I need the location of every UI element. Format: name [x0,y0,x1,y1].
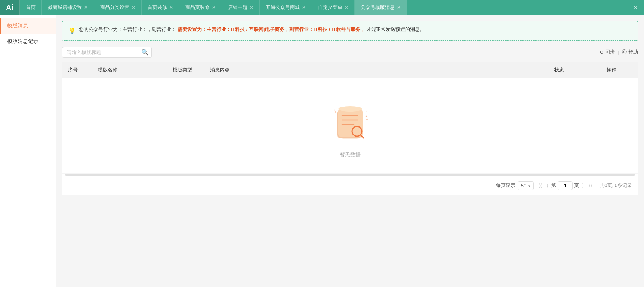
page-size-value: 50 [521,183,526,189]
empty-text: 暂无数据 [340,152,361,158]
search-input-wrap: 🔍 [62,47,152,58]
sync-icon: ↻ [600,49,604,55]
search-icon: 🔍 [141,49,149,55]
next-page-button[interactable]: ⟩ [580,182,585,189]
tab-product-decor[interactable]: 商品页装修 ✕ [179,0,222,15]
toolbar-divider: | [618,49,619,55]
sidebar: 模版消息 模版消息记录 [0,15,56,287]
page-number-input[interactable] [558,181,573,190]
scrollbar-track[interactable] [65,174,635,176]
sync-button[interactable]: ↻ 同步 [600,49,615,55]
tab-homepage-decor[interactable]: 首页装修 ✕ [142,0,179,15]
last-page-button[interactable]: ⟩⟩ [587,182,594,189]
tab-shop-settings-close[interactable]: ✕ [84,5,88,10]
tab-home[interactable]: 首页 [20,0,42,15]
empty-row: ✦ ✦ ✦ 暂无数据 [62,78,638,173]
per-page-label: 每页显示 [496,182,515,189]
logo: Ai [0,0,20,15]
tab-shop-theme-label: 店铺主题 [228,4,247,11]
tab-bar: Ai 首页 微商城店铺设置 ✕ 商品分类设置 ✕ 首页装修 ✕ 商品页装修 ✕ … [0,0,644,15]
tab-homepage-decor-label: 首页装修 [148,4,167,11]
prev-page-button[interactable]: ⟨ [545,182,550,189]
empty-state: ✦ ✦ ✦ 暂无数据 [62,78,638,173]
tab-product-decor-label: 商品页装修 [185,4,210,11]
tab-homepage-decor-close[interactable]: ✕ [169,5,173,10]
sidebar-item-template-records[interactable]: 模版消息记录 [0,34,56,49]
svg-text:✦: ✦ [365,110,367,112]
tab-open-mall-label: 开通公众号商城 [266,4,300,11]
tab-shop-theme-close[interactable]: ✕ [250,5,253,10]
col-header-index: 序号 [62,62,92,78]
tab-open-mall[interactable]: 开通公众号商城 ✕ [260,0,312,15]
sidebar-item-template-msg[interactable]: 模版消息 [0,18,56,34]
tab-open-mall-close[interactable]: ✕ [302,5,306,10]
page-unit: 页 [574,182,579,189]
data-table: 序号 模版名称 模版类型 消息内容 状态 [62,62,638,173]
col-header-name: 模版名称 [92,62,167,78]
tab-product-decor-close[interactable]: ✕ [212,5,216,10]
tab-shop-settings[interactable]: 微商城店铺设置 ✕ [42,0,94,15]
help-icon: ⓪ [622,49,627,55]
tab-category-close[interactable]: ✕ [132,5,135,10]
col-header-action: 操作 [601,62,638,78]
tab-category-settings[interactable]: 商品分类设置 ✕ [94,0,142,15]
table-header-row: 序号 模版名称 模版类型 消息内容 状态 [62,62,638,78]
search-button[interactable]: 🔍 [141,49,149,56]
chevron-down-icon: ∨ [528,184,530,188]
main-content: 💡 您的公众号行业为：主营行业：，副营行业： 需要设置为：主营行业：IT科技 /… [56,15,644,287]
tab-custom-menu-label: 自定义菜单 [318,4,342,11]
tab-shop-settings-label: 微商城店铺设置 [48,4,82,11]
scrollbar-area[interactable] [62,174,638,177]
tab-template-msg-label: 公众号模版消息 [361,4,395,11]
tab-category-label: 商品分类设置 [100,4,129,11]
toolbar-right: ↻ 同步 | ⓪ 帮助 [600,49,638,55]
page-size-dropdown[interactable]: 50 ∨ [518,181,534,190]
tab-template-msg[interactable]: 公众号模版消息 ✕ [355,0,407,15]
svg-point-11 [366,119,368,120]
tab-custom-menu[interactable]: 自定义菜单 ✕ [312,0,355,15]
svg-point-6 [338,106,362,112]
tab-shop-theme[interactable]: 店铺主题 ✕ [222,0,260,15]
notice-highlight: 需要设置为：主营行业：IT科技 / 互联网|电子商务，副营行业：IT科技 / I… [178,27,365,32]
page-label: 第 [551,182,556,189]
total-info: 共0页, 0条记录 [600,182,632,189]
close-all-tabs[interactable]: ✕ [627,4,644,11]
tab-home-label: 首页 [26,4,36,11]
col-header-status: 状态 [548,62,601,78]
svg-text:✦: ✦ [365,115,368,118]
page-nav: ⟨⟨ ⟨ 第 页 ⟩ ⟩⟩ [537,181,594,190]
notice-icon: 💡 [68,26,76,36]
search-bar: 🔍 ↻ 同步 | ⓪ 帮助 [62,47,638,58]
col-header-type: 模版类型 [167,62,204,78]
tab-custom-menu-close[interactable]: ✕ [345,5,348,10]
help-button[interactable]: ⓪ 帮助 [622,49,638,55]
notice-banner: 💡 您的公众号行业为：主营行业：，副营行业： 需要设置为：主营行业：IT科技 /… [62,21,638,41]
svg-text:✦: ✦ [333,109,336,112]
tab-template-msg-close[interactable]: ✕ [397,5,401,10]
notice-text: 您的公众号行业为：主营行业：，副营行业： 需要设置为：主营行业：IT科技 / 互… [79,26,425,34]
page-size-select: 每页显示 50 ∨ [496,181,534,190]
pagination: 每页显示 50 ∨ ⟨⟨ ⟨ 第 页 ⟩ ⟩⟩ 共0页, 0条记录 [62,177,638,195]
col-header-content: 消息内容 [204,62,548,78]
first-page-button[interactable]: ⟨⟨ [537,182,543,189]
empty-illustration: ✦ ✦ ✦ [328,101,373,146]
search-input[interactable] [62,47,152,58]
